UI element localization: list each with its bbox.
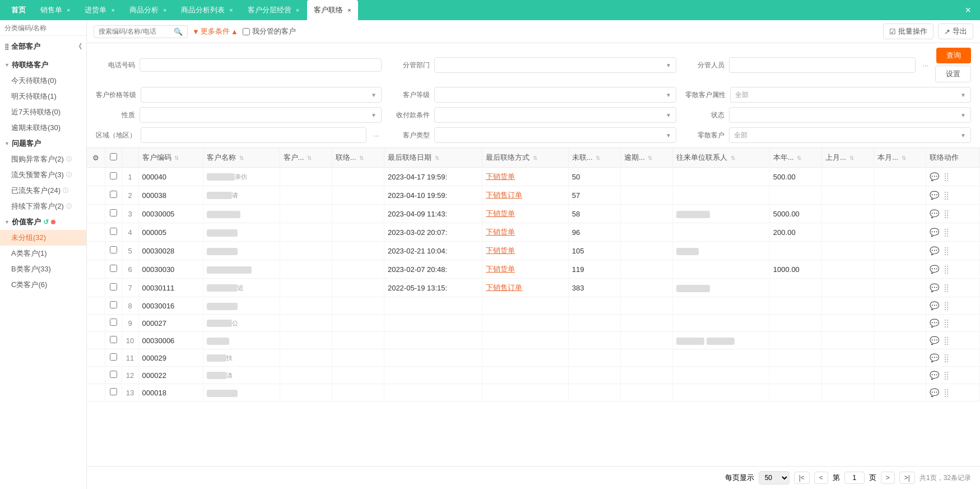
row-select[interactable] [110, 353, 117, 361]
last-method-link[interactable]: 下销售订单 [486, 191, 522, 199]
phone-input[interactable] [140, 58, 382, 72]
chat-icon[interactable]: 💬 [930, 209, 939, 218]
sidebar-item-today[interactable]: 今天待联络(0) [0, 73, 86, 89]
status-select[interactable]: ▼ [729, 107, 971, 123]
last-page-btn[interactable]: >| [899, 472, 915, 484]
row-select[interactable] [110, 265, 117, 272]
row-checkbox[interactable] [105, 242, 122, 260]
chat-icon[interactable]: 💬 [930, 228, 939, 237]
row-select[interactable] [110, 246, 117, 253]
apps-icon[interactable]: ⣿ [944, 371, 949, 380]
row-select[interactable] [110, 209, 117, 216]
sidebar-item-lost[interactable]: 已流失客户(24) ⓘ [0, 183, 86, 199]
filter-my-customers[interactable]: 我分管的客户 [243, 26, 296, 36]
sidebar-item-week[interactable]: 近7天待联络(0) [0, 104, 86, 120]
row-select[interactable] [110, 301, 117, 308]
col-settings[interactable]: ⚙ [87, 148, 105, 168]
chat-icon[interactable]: 💬 [930, 246, 939, 255]
apps-icon[interactable]: ⣿ [944, 228, 949, 237]
batch-op-button[interactable]: ☑ 批量操作 [883, 24, 933, 39]
close-product-analysis-icon[interactable]: × [163, 7, 166, 13]
row-select[interactable] [110, 172, 117, 179]
close-all-icon[interactable]: × [960, 4, 976, 16]
sidebar-group-pending-contact[interactable]: ▼ 待联络客户 [0, 57, 86, 73]
sidebar-search-input[interactable] [4, 24, 87, 32]
row-checkbox[interactable] [105, 205, 122, 223]
apps-icon[interactable]: ⣿ [944, 191, 949, 200]
chat-icon[interactable]: 💬 [930, 301, 939, 310]
scatter2-select[interactable]: 全部 ▼ [729, 127, 971, 143]
price-select[interactable]: ▼ [141, 87, 382, 103]
col-this-year[interactable]: 本年... ⇅ [769, 148, 821, 168]
row-checkbox[interactable] [105, 297, 122, 315]
settings-icon[interactable]: ⚙ [92, 154, 99, 162]
last-method-link[interactable]: 下销货单 [486, 265, 515, 273]
sidebar-item-overdue[interactable]: 逾期未联络(30) [0, 120, 86, 136]
my-customers-checkbox[interactable] [243, 28, 250, 35]
col-this-month[interactable]: 本月... ⇅ [874, 148, 926, 168]
dept-select[interactable]: ▼ [434, 57, 676, 73]
row-select[interactable] [110, 228, 117, 235]
sidebar-group-value[interactable]: ▼ 价值客户 ↺ [0, 214, 86, 230]
chat-icon[interactable]: 💬 [930, 319, 939, 327]
per-page-select[interactable]: 50 100 [759, 471, 789, 485]
query-button[interactable]: 查询 [936, 48, 971, 63]
close-customer-contact-icon[interactable]: × [347, 7, 351, 13]
region-dots-icon[interactable]: ··· [371, 131, 382, 140]
sidebar-all-customers[interactable]: ⣿ 全部客户 《 [0, 38, 86, 55]
sidebar-item-c-class[interactable]: C类客户(6) [0, 277, 86, 293]
chat-icon[interactable]: 💬 [930, 283, 939, 292]
scatter-select[interactable]: 全部 ▼ [730, 87, 971, 103]
filter-more-btn[interactable]: ▼ 更多条件 ▲ [192, 26, 238, 36]
sidebar-item-b-class[interactable]: B类客户(33) [0, 261, 86, 277]
col-customer-type[interactable]: 客户... ⇅ [280, 148, 332, 168]
col-overdue[interactable]: 逾期... ⇅ [620, 148, 672, 168]
close-purchase-icon[interactable]: × [111, 7, 114, 13]
row-checkbox[interactable] [105, 186, 122, 205]
row-checkbox[interactable] [105, 223, 122, 242]
apps-icon[interactable]: ⣿ [944, 388, 949, 397]
row-select[interactable] [110, 388, 117, 395]
nature-select[interactable]: ▼ [140, 107, 382, 123]
chat-icon[interactable]: 💬 [930, 353, 939, 362]
chat-icon[interactable]: 💬 [930, 172, 939, 181]
sidebar-item-unclassified[interactable]: 未分组(32) [0, 230, 86, 246]
col-last-method[interactable]: 最后联络方式 ⇅ [482, 148, 569, 168]
col-checkbox[interactable] [105, 148, 122, 168]
close-product-analysis-list-icon[interactable]: × [229, 7, 233, 13]
row-checkbox[interactable] [105, 349, 122, 367]
row-checkbox[interactable] [105, 332, 122, 349]
apps-icon[interactable]: ⣿ [944, 265, 949, 274]
apps-icon[interactable]: ⣿ [944, 246, 949, 255]
row-select[interactable] [110, 191, 117, 198]
last-method-link[interactable]: 下销货单 [486, 228, 515, 236]
apps-icon[interactable]: ⣿ [944, 319, 949, 327]
tab-purchase[interactable]: 进货单 × [78, 0, 121, 20]
tab-home[interactable]: 首页 [4, 0, 32, 20]
reset-button[interactable]: 设置 [935, 66, 971, 82]
col-contact[interactable]: 联络... ⇅ [332, 148, 384, 168]
row-checkbox[interactable] [105, 260, 122, 279]
last-method-link[interactable]: 下销货单 [486, 209, 515, 218]
last-method-link[interactable]: 下销货单 [486, 172, 515, 181]
tab-product-analysis-list[interactable]: 商品分析列表 × [174, 0, 239, 20]
select-all-checkbox[interactable] [110, 153, 117, 160]
apps-icon[interactable]: ⣿ [944, 209, 949, 218]
col-code[interactable]: 客户编码 ⇅ [138, 148, 203, 168]
row-checkbox[interactable] [105, 315, 122, 332]
page-input[interactable] [844, 472, 865, 484]
refresh-icon[interactable]: ↺ [43, 218, 49, 226]
col-unit-contact[interactable]: 往来单位联系人 ⇅ [673, 148, 770, 168]
tab-sales[interactable]: 销售单 × [34, 0, 77, 20]
next-page-btn[interactable]: > [881, 472, 895, 484]
sidebar-item-churn[interactable]: 流失预警客户(3) ⓘ [0, 167, 86, 183]
apps-icon[interactable]: ⣿ [944, 353, 949, 362]
col-last-date[interactable]: 最后联络日期 ⇅ [384, 148, 482, 168]
level-select[interactable]: ▼ [434, 87, 676, 103]
apps-icon[interactable]: ⣿ [944, 336, 949, 345]
first-page-btn[interactable]: |< [794, 472, 810, 484]
row-select[interactable] [110, 319, 117, 326]
row-select[interactable] [110, 371, 117, 378]
chat-icon[interactable]: 💬 [930, 191, 939, 200]
region-select[interactable] [141, 127, 366, 143]
